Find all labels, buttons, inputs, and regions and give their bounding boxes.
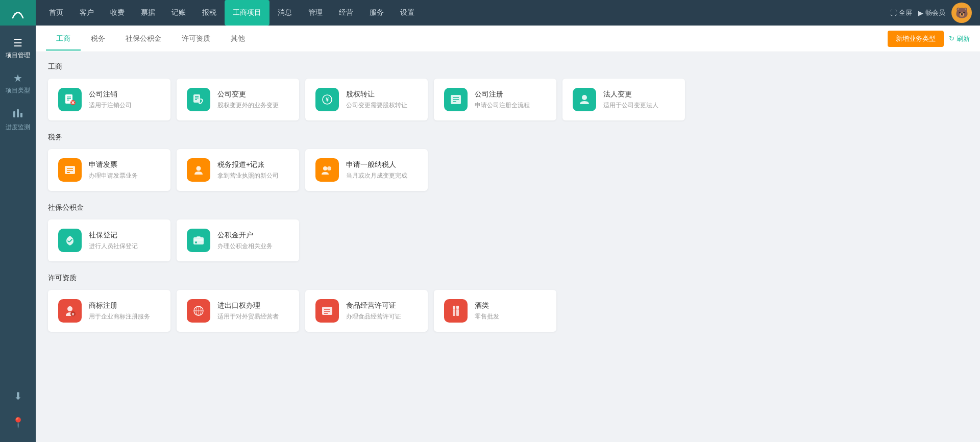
nav-business[interactable]: 工商项目 xyxy=(225,0,270,26)
card-import-export[interactable]: 进出口权办理 适用于对外贸易经营者 xyxy=(177,290,299,332)
card-company-change[interactable]: 公司变更 股权变更外的业务变更 xyxy=(177,79,299,120)
social-insurance-desc: 进行人员社保登记 xyxy=(89,242,138,251)
svg-text:R: R xyxy=(71,312,74,316)
general-taxpayer-desc: 当月或次月成变更完成 xyxy=(346,171,407,180)
card-invoice-apply[interactable]: 申请发票 办理申请发票业务 xyxy=(48,149,170,191)
company-cancel-desc: 适用于注销公司 xyxy=(89,101,132,110)
card-social-insurance[interactable]: 社保登记 进行人员社保登记 xyxy=(48,219,170,261)
svg-rect-30 xyxy=(193,239,204,241)
chart-icon xyxy=(12,107,23,121)
card-general-taxpayer[interactable]: 申请一般纳税人 当月或次月成变更完成 xyxy=(305,149,428,191)
invoice-apply-desc: 办理申请发票业务 xyxy=(89,171,138,180)
food-license-icon xyxy=(315,299,339,323)
card-food-license[interactable]: 食品经营许可证 办理食品经营许可证 xyxy=(305,290,428,332)
import-export-info: 进出口权办理 适用于对外贸易经营者 xyxy=(217,301,279,321)
svg-text:¥: ¥ xyxy=(326,96,329,103)
nav-home[interactable]: 首页 xyxy=(41,0,71,26)
tab-other[interactable]: 其他 xyxy=(220,27,255,51)
svg-rect-22 xyxy=(65,166,75,174)
sidebar-item-progress[interactable]: 进度监测 xyxy=(0,101,36,138)
provident-fund-icon xyxy=(187,229,210,252)
card-equity-transfer[interactable]: ¥ 股权转让 公司变更需要股权转让 xyxy=(305,79,428,120)
alcohol-desc: 零售批发 xyxy=(475,312,499,321)
invoice-apply-icon xyxy=(58,158,82,182)
nav-menu: 首页 客户 收费 票据 记账 报税 工商项目 消息 管理 经营 服务 设置 xyxy=(36,0,890,26)
social-insurance-info: 社保登记 进行人员社保登记 xyxy=(89,231,138,251)
svg-rect-11 xyxy=(193,94,200,103)
equity-transfer-info: 股权转让 公司变更需要股权转让 xyxy=(346,90,407,110)
general-taxpayer-info: 申请一般纳税人 当月或次月成变更完成 xyxy=(346,160,407,180)
mascot-avatar[interactable]: 🐻 xyxy=(951,3,972,23)
card-tax-report[interactable]: 税务报道+记账 拿到营业执照的新公司 xyxy=(177,149,299,191)
app-logo[interactable] xyxy=(0,0,36,26)
company-register-icon xyxy=(444,88,468,111)
provident-fund-desc: 办理公积金相关业务 xyxy=(217,242,273,251)
nav-service[interactable]: 服务 xyxy=(361,0,392,26)
card-company-register[interactable]: 公司注册 申请公司注册全流程 xyxy=(434,79,556,120)
refresh-button[interactable]: ↻ 刷新 xyxy=(949,34,970,43)
legal-person-change-name: 法人变更 xyxy=(603,90,658,99)
fullscreen-btn[interactable]: ⛶ 全屏 xyxy=(890,8,912,17)
general-taxpayer-name: 申请一般纳税人 xyxy=(346,160,407,169)
invoice-apply-info: 申请发票 办理申请发票业务 xyxy=(89,160,138,180)
nav-settings[interactable]: 设置 xyxy=(392,0,423,26)
svg-rect-46 xyxy=(453,309,455,316)
svg-rect-25 xyxy=(67,172,70,173)
import-export-icon xyxy=(187,299,210,323)
nav-tax[interactable]: 报税 xyxy=(194,0,225,26)
company-change-info: 公司变更 股权变更外的业务变更 xyxy=(217,90,279,110)
tab-tax[interactable]: 税务 xyxy=(81,27,115,51)
legal-person-change-desc: 适用于公司变更法人 xyxy=(603,101,658,110)
card-trademark[interactable]: R 商标注册 用于企业商标注册服务 xyxy=(48,290,170,332)
provident-fund-info: 公积金开户 办理公积金相关业务 xyxy=(217,231,273,251)
top-nav: 首页 客户 收费 票据 记账 报税 工商项目 消息 管理 经营 服务 设置 ⛶ … xyxy=(0,0,980,26)
alcohol-info: 酒类 零售批发 xyxy=(475,301,499,321)
star-icon: ★ xyxy=(13,72,22,84)
section-gongshang: 工商 公司注销 适用于注销公司 xyxy=(48,62,968,120)
nav-bills[interactable]: 票据 xyxy=(133,0,163,26)
trademark-name: 商标注册 xyxy=(89,301,150,310)
social-insurance-name: 社保登记 xyxy=(89,231,138,240)
sidebar-item-project-manage[interactable]: ☰ 项目管理 xyxy=(0,31,36,66)
svg-rect-2 xyxy=(20,113,22,117)
equity-transfer-desc: 公司变更需要股权转让 xyxy=(346,101,407,110)
add-business-type-button[interactable]: 新增业务类型 xyxy=(888,31,944,47)
nav-customer[interactable]: 客户 xyxy=(71,0,102,26)
card-alcohol[interactable]: 酒类 零售批发 xyxy=(434,290,556,332)
nav-accounting[interactable]: 记账 xyxy=(163,0,194,26)
card-legal-person-change[interactable]: 法人变更 适用于公司变更法人 xyxy=(562,79,685,120)
sidebar-item-project-type[interactable]: ★ 项目类型 xyxy=(0,66,36,101)
download-icon[interactable]: ⬇ xyxy=(0,385,36,407)
tab-social-insurance[interactable]: 社保公积金 xyxy=(115,27,172,51)
tab-bar: 工商 税务 社保公积金 许可资质 其他 新增业务类型 ↻ 刷新 xyxy=(36,26,980,52)
company-register-info: 公司注册 申请公司注册全流程 xyxy=(475,90,530,110)
nav-right: ⛶ 全屏 ▶ 畅会员 🐻 xyxy=(890,3,980,23)
card-provident-fund[interactable]: 公积金开户 办理公积金相关业务 xyxy=(177,219,299,261)
trademark-info: 商标注册 用于企业商标注册服务 xyxy=(89,301,150,321)
company-cancel-name: 公司注销 xyxy=(89,90,132,99)
nav-operation[interactable]: 经营 xyxy=(331,0,361,26)
import-export-desc: 适用于对外贸易经营者 xyxy=(217,312,279,321)
tab-license[interactable]: 许可资质 xyxy=(172,27,220,51)
food-license-info: 食品经营许可证 办理食品经营许可证 xyxy=(346,301,401,321)
main-layout: ☰ 项目管理 ★ 项目类型 进度监测 ⬇ 📍 工商 税务 xyxy=(0,26,980,442)
nav-fees[interactable]: 收费 xyxy=(102,0,133,26)
vip-btn[interactable]: ▶ 畅会员 xyxy=(918,8,945,17)
nav-manage[interactable]: 管理 xyxy=(300,0,331,26)
tab-business[interactable]: 工商 xyxy=(46,27,81,51)
cards-grid-shuiwu: 申请发票 办理申请发票业务 税务报道+记账 拿到营业执照的新公司 xyxy=(48,149,968,191)
nav-message[interactable]: 消息 xyxy=(270,0,300,26)
svg-rect-32 xyxy=(197,236,201,238)
svg-point-21 xyxy=(582,95,587,100)
section-title-shuiwu: 税务 xyxy=(48,133,968,142)
social-insurance-icon xyxy=(58,229,82,252)
section-title-xuke: 许可资质 xyxy=(48,274,968,283)
location-icon[interactable]: 📍 xyxy=(0,411,36,434)
tab-actions: 新增业务类型 ↻ 刷新 xyxy=(888,31,970,47)
company-cancel-icon xyxy=(58,88,82,111)
card-company-cancel[interactable]: 公司注销 适用于注销公司 xyxy=(48,79,170,120)
legal-person-change-info: 法人变更 适用于公司变更法人 xyxy=(603,90,658,110)
svg-point-27 xyxy=(323,166,327,170)
refresh-icon: ↻ xyxy=(949,35,954,42)
tax-report-icon xyxy=(187,158,210,182)
